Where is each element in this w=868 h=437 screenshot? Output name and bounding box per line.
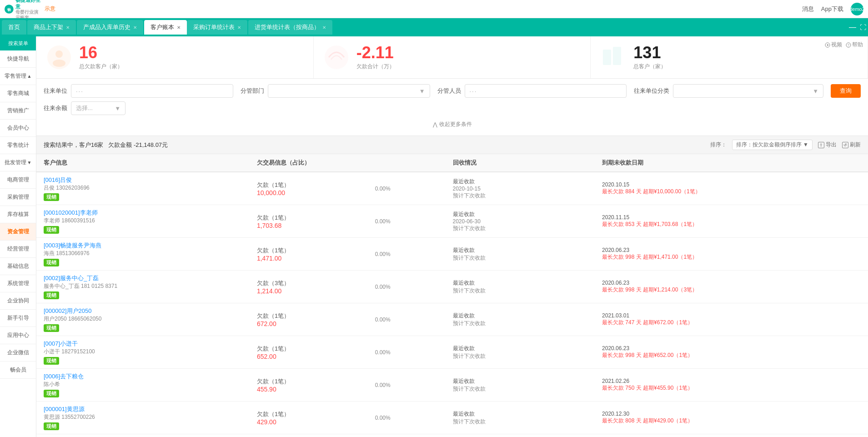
results-summary: 搜索结果中，客户16家 欠款金额 -21,148.07元 (44, 141, 168, 149)
tab-produce[interactable]: 产成品入库单历史 ✕ (77, 20, 143, 35)
sidebar-item-ecommerce[interactable]: 电商管理 (0, 171, 36, 189)
debt-count: 欠款（1笔） (257, 377, 357, 386)
sidebar-item-corp-collab[interactable]: 企业协同 (0, 292, 36, 310)
video-btn[interactable]: 视频 (825, 41, 842, 49)
customer-info-cell: [0001020001]李老师 李老师 18600391516 现销 (36, 205, 250, 238)
filter-row-1: 往来单位 ··· 分管部门 ▼ 分管人员 (44, 84, 861, 98)
overdue-days: 最长欠款 853 天 (602, 221, 643, 227)
overdue-link[interactable]: 超期¥1,471.00（1笔） (643, 254, 697, 260)
stat-icon-total (600, 44, 627, 71)
tab-purchase-close[interactable]: ✕ (237, 25, 241, 30)
help-btn[interactable]: ? 帮助 (846, 41, 863, 49)
sidebar-toggle[interactable]: 示意 (45, 5, 55, 13)
overdue-info-row: 最长欠款 853 天 超期¥1,703.68（1笔） (602, 221, 861, 228)
debt-percent-cell: 0.00% (364, 303, 446, 336)
debt-amount: 1,214.00 (257, 287, 282, 295)
overdue-link[interactable]: 超期¥10,000.00（1笔） (643, 188, 701, 195)
customer-phone: 陈小希 (44, 381, 242, 388)
recent-payment-label: 最近收款 (453, 246, 552, 254)
person-input[interactable]: ··· (465, 84, 627, 98)
tab-goods-close[interactable]: ✕ (66, 25, 70, 30)
recovery-date: 2020-10-15 (453, 186, 552, 192)
export-btn[interactable]: ⇧ 导出 (818, 141, 837, 149)
customer-name[interactable]: [0003]畅捷服务尹海燕 (44, 241, 242, 250)
tab-customer-close[interactable]: ✕ (177, 25, 181, 30)
table-row: [0002]服务中心_丁磊 服务中心_丁磊 181 0125 8371 现销 欠… (36, 271, 868, 303)
sort-select[interactable]: 排序：按欠款金额倒序排序 ▼ (732, 140, 813, 150)
overdue-link[interactable]: 超期¥652.00（1笔） (643, 352, 693, 358)
table-container: 客户信息 欠交易信息（占比） 回收情况 到期未收款日期 [0016]吕俊 吕俊 … (36, 154, 868, 437)
app-wrapper: 畅 畅捷通好生意 母婴行业演示账套 示意 消息 App下载 demo2 首页 商… (0, 0, 868, 437)
tab-goods[interactable]: 商品上下架 ✕ (27, 20, 76, 35)
sidebar-item-corp-wx[interactable]: 企业微信 (0, 344, 36, 362)
stat-label-debt: 欠款合计（万） (356, 63, 395, 70)
sidebar-item-capital[interactable]: 资金管理 (0, 223, 36, 241)
customer-name[interactable]: [0001020001]李老师 (44, 209, 242, 217)
overdue-info-row: 最长欠款 808 天 超期¥429.00（1笔） (602, 417, 861, 425)
message-btn[interactable]: 消息 (802, 5, 814, 13)
tab-purchase[interactable]: 采购订单统计表 ✕ (187, 20, 247, 35)
tab-produce-close[interactable]: ✕ (133, 25, 137, 30)
sidebar-item-retail-shop[interactable]: 零售商城 (0, 85, 36, 102)
export-icon: ⇧ (818, 142, 824, 148)
debt-count-cell: 欠款（1笔） 1,471.00 (250, 238, 364, 271)
sidebar-item-basic-info[interactable]: 基础信息 (0, 258, 36, 275)
sidebar-item-system[interactable]: 系统管理 (0, 275, 36, 292)
debt-amount: 455.90 (257, 386, 276, 393)
customer-name[interactable]: [000002]用户2050 (44, 307, 242, 315)
filter-area: 往来单位 ··· 分管部门 ▼ 分管人员 (36, 79, 868, 136)
recovery-extra-cell (560, 303, 595, 336)
customer-info-cell: [0002]服务中心_丁磊 服务中心_丁磊 181 0125 8371 现销 (36, 271, 250, 303)
tab-stock-close[interactable]: ✕ (322, 25, 326, 30)
customer-badge: 现销 (44, 390, 59, 397)
sidebar-item-member[interactable]: 会员中心 (0, 120, 36, 137)
customer-name[interactable]: [0006]去下粮仓 (44, 372, 242, 381)
stat-label-total: 总客户（家） (633, 63, 666, 70)
debt-svg-icon (324, 45, 349, 70)
overdue-days: 最长欠款 884 天 (602, 188, 643, 195)
sidebar-item-operation[interactable]: 经营管理 (0, 241, 36, 258)
debt-amount-row: 10,000.00 (257, 189, 357, 196)
balance-input[interactable]: 选择... ▼ (71, 101, 125, 115)
dept-input[interactable]: ▼ (268, 84, 430, 98)
refresh-btn[interactable]: ↺ 刷新 (842, 141, 861, 149)
overdue-link[interactable]: 超期¥455.90（1笔） (643, 385, 693, 391)
search-button[interactable]: 查询 (831, 84, 861, 98)
balance-arrow-icon: ▼ (115, 105, 120, 112)
customer-name[interactable]: [0007]小迸干 (44, 340, 242, 348)
sidebar-item-batch-mgmt[interactable]: 批发管理▼ (0, 154, 36, 171)
overdue-link[interactable]: 超期¥429.00（1笔） (643, 417, 693, 424)
customer-name[interactable]: [0016]吕俊 (44, 176, 242, 184)
sidebar-item-newbie[interactable]: 新手引导 (0, 310, 36, 327)
app-download-btn[interactable]: App下载 (821, 5, 843, 13)
overdue-link[interactable]: 超期¥1,703.68（1笔） (643, 221, 697, 227)
sidebar-item-inventory[interactable]: 库存核算 (0, 206, 36, 223)
tab-home[interactable]: 首页 (2, 20, 26, 35)
sidebar-item-retail-stats[interactable]: 零售统计 (0, 137, 36, 154)
sidebar-item-quick-nav[interactable]: 快捷导航 (0, 50, 36, 68)
avatar[interactable]: demo2 (851, 3, 863, 15)
category-input[interactable]: ▼ (673, 84, 823, 98)
sidebar-item-vip[interactable]: 畅会员 (0, 362, 36, 379)
overdue-link[interactable]: 超期¥672.00（1笔） (643, 319, 693, 326)
recovery-cell: 最近收款 预计下次收款 (446, 336, 560, 369)
collapse-btn[interactable]: ⋀ 收起更多条件 (44, 119, 861, 130)
customer-name[interactable]: [000001]黄思源 (44, 405, 242, 413)
source-unit-input[interactable]: ··· (71, 84, 233, 98)
table-row: [000001]黄思源 黄思源 13552700226 现销 欠款（1笔） 42… (36, 402, 868, 434)
tabs-maximize[interactable]: ⛶ (860, 24, 866, 31)
sidebar-item-marketing[interactable]: 营销推广 (0, 102, 36, 120)
tab-stock[interactable]: 进货单统计表（按商品） ✕ (248, 20, 332, 35)
sidebar-item-retail-mgmt[interactable]: 零售管理▲ (0, 68, 36, 85)
overdue-link[interactable]: 超期¥1,214.00（3笔） (643, 286, 697, 293)
table-row: [0007]小迸干 小迸干 18279152100 现销 欠款（1笔） 652.… (36, 336, 868, 369)
sidebar-item-purchase-mgmt[interactable]: 采购管理 (0, 189, 36, 206)
customer-name[interactable]: [0002]服务中心_丁磊 (44, 274, 242, 282)
tab-customer[interactable]: 客户账本 ✕ (144, 20, 187, 35)
overdue-info-row: 最长欠款 998 天 超期¥1,214.00（3笔） (602, 286, 861, 294)
debt-percent: 0.00% (375, 251, 391, 257)
customer-badge: 现销 (44, 193, 59, 201)
sidebar-search[interactable]: 搜索菜单 (0, 36, 36, 50)
sidebar-item-app-center[interactable]: 应用中心 (0, 327, 36, 344)
tabs-minimize[interactable]: — (849, 23, 856, 31)
